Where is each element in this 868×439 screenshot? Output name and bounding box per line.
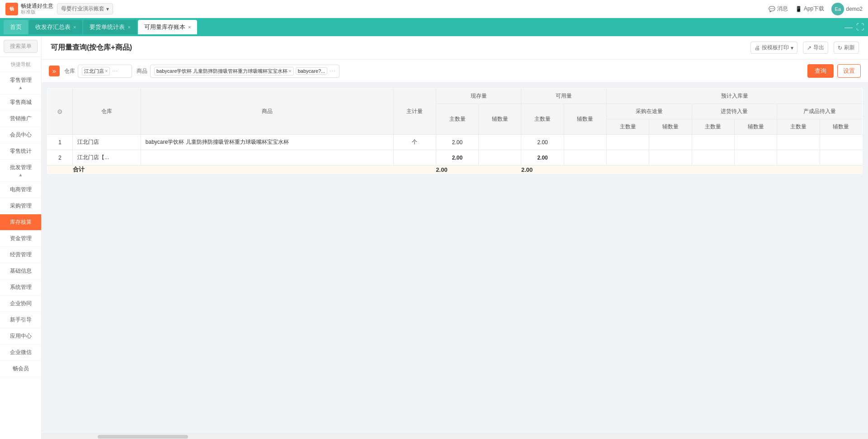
footer-purchase-main <box>607 165 649 174</box>
sidebar-item-operations[interactable]: 经营管理 <box>0 247 41 263</box>
print-btn[interactable]: 🖨 按模板打印 ▾ <box>750 42 797 54</box>
refresh-btn[interactable]: ↻ 刷新 <box>834 42 859 54</box>
sidebar-item-marketing[interactable]: 营销推广 <box>0 111 41 127</box>
tab-close-icon[interactable]: × <box>188 24 191 30</box>
minimize-icon[interactable]: — <box>844 23 853 32</box>
sidebar-item-corp-wechat[interactable]: 企业微信 <box>0 345 41 361</box>
logo-area: 畅 畅捷通好生意 标准版 <box>5 3 53 15</box>
product-tag-2: babycare?... <box>296 67 328 75</box>
table-row: 2 江北门店【... 2.00 2.00 <box>47 150 863 165</box>
footer-available-aux <box>564 165 606 174</box>
chevron-icon: ▲ <box>19 85 23 90</box>
sidebar-item-zero-mall[interactable]: 零售商城 <box>0 94 41 111</box>
content-area: 可用量查询(按仓库+商品) 🖨 按模板打印 ▾ ↗ 导出 ↻ 刷新 » <box>42 36 868 439</box>
sidebar-item-shortcut: 快捷导航 <box>0 57 41 72</box>
tab-home[interactable]: 首页 <box>4 20 28 34</box>
message-btn[interactable]: 💬 消息 <box>769 5 788 13</box>
footer-stock-main: 2.00 <box>436 165 478 174</box>
cell-inbound-aux <box>734 135 777 150</box>
cell-unit: 个 <box>393 135 436 150</box>
warehouse-filter: 仓库 江北门店 × ··· <box>64 65 132 78</box>
logo-icon: 畅 <box>5 3 18 15</box>
th-available-group: 可用量 <box>521 89 607 104</box>
filter-area: » 仓库 江北门店 × ··· 商品 babycare学饮杯 儿童防摔防撞吸管杯… <box>42 60 868 83</box>
sidebar-item-members[interactable]: 会员中心 <box>0 127 41 143</box>
tab-orders[interactable]: 要货单统计表 × <box>83 20 137 34</box>
th-inbound-main: 主数量 <box>692 119 734 135</box>
cell-inbound-main <box>692 150 734 165</box>
tab-close-icon[interactable]: × <box>127 24 130 30</box>
more-options-icon[interactable]: ··· <box>112 67 118 75</box>
th-purchase-aux: 辅数量 <box>649 119 692 135</box>
cell-purchase-aux <box>649 135 692 150</box>
search-menu-btn[interactable]: 搜索菜单 <box>4 40 38 53</box>
sidebar-item-zero-stats[interactable]: 零售统计 <box>0 143 41 160</box>
export-btn[interactable]: ↗ 导出 <box>803 42 828 54</box>
product-input[interactable]: babycare学饮杯 儿童防摔防撞吸管杯重力球吸嘴杯宝宝水杯 × babyca… <box>150 65 340 78</box>
cell-available-aux <box>564 135 606 150</box>
cell-purchase-main <box>607 135 649 150</box>
sidebar-item-newbie[interactable]: 新手引导 <box>0 312 41 328</box>
avatar: Ea <box>831 3 844 15</box>
user-menu[interactable]: Ea demo2 <box>831 3 863 15</box>
sidebar-item-app-center[interactable]: 应用中心 <box>0 328 41 345</box>
product-tag-1: babycare学饮杯 儿童防摔防撞吸管杯重力球吸嘴杯宝宝水杯 × <box>154 67 294 76</box>
footer-inbound-aux <box>734 165 777 174</box>
sidebar-item-member-vip[interactable]: 畅会员 <box>0 361 41 377</box>
sidebar-item-basic[interactable]: 基础信息 <box>0 263 41 279</box>
sidebar-item-purchase[interactable]: 采购管理 <box>0 198 41 214</box>
th-stock-aux: 辅数量 <box>479 104 521 135</box>
export-icon: ↗ <box>807 45 811 51</box>
sidebar-search: 搜索菜单 <box>0 36 41 57</box>
tab-receipts[interactable]: 收发存汇总表 × <box>29 20 82 34</box>
cell-available-main: 2.00 <box>521 150 564 165</box>
th-available-aux: 辅数量 <box>564 104 606 135</box>
cell-warehouse: 江北门店 <box>73 135 141 150</box>
maximize-icon[interactable]: ⛶ <box>856 23 864 32</box>
top-bar: 畅 畅捷通好生意 标准版 母婴行业演示账套 ▾ 💬 消息 📱 App下载 Ea … <box>0 0 868 18</box>
product-filter: 商品 babycare学饮杯 儿童防摔防撞吸管杯重力球吸嘴杯宝宝水杯 × bab… <box>137 65 340 78</box>
sidebar-item-ecommerce[interactable]: 电商管理 <box>0 182 41 198</box>
sidebar-item-zero-sales[interactable]: 零售管理 ▲ <box>0 72 41 94</box>
page-header: 可用量查询(按仓库+商品) 🖨 按模板打印 ▾ ↗ 导出 ↻ 刷新 <box>42 36 868 60</box>
cell-stock-main: 2.00 <box>436 150 478 165</box>
th-available-main: 主数量 <box>521 104 564 135</box>
th-stock-main: 主数量 <box>436 104 478 135</box>
cell-production-main <box>777 135 820 150</box>
sidebar-item-wholesale[interactable]: 批发管理 ▲ <box>0 160 41 182</box>
app-download-btn[interactable]: 📱 App下载 <box>795 5 824 13</box>
horizontal-scrollbar[interactable] <box>42 434 868 439</box>
sidebar-item-enterprise[interactable]: 企业协同 <box>0 296 41 312</box>
warehouse-tag: 江北门店 × <box>82 67 110 76</box>
industry-selector[interactable]: 母婴行业演示账套 ▾ <box>57 3 113 14</box>
page-title: 可用量查询(按仓库+商品) <box>51 43 132 52</box>
tab-label: 要货单统计表 <box>90 23 125 31</box>
warehouse-input[interactable]: 江北门店 × ··· <box>78 65 132 78</box>
sidebar-item-system[interactable]: 系统管理 <box>0 279 41 296</box>
settings-button[interactable]: 设置 <box>837 64 861 78</box>
cell-row-num: 1 <box>47 135 73 150</box>
top-bar-left: 畅 畅捷通好生意 标准版 母婴行业演示账套 ▾ <box>5 3 113 15</box>
cell-unit <box>393 150 436 165</box>
footer-available-main: 2.00 <box>521 165 564 174</box>
scroll-thumb[interactable] <box>98 435 188 439</box>
footer-production-main <box>777 165 820 174</box>
th-unit: 主计量 <box>393 89 436 135</box>
sidebar-item-finance[interactable]: 资金管理 <box>0 231 41 247</box>
tab-inventory[interactable]: 可用量库存账本 × <box>138 20 197 34</box>
cell-purchase-aux <box>649 150 692 165</box>
chevron-icon: ▲ <box>19 172 23 177</box>
sidebar-item-inventory[interactable]: 库存核算 <box>0 214 41 231</box>
more-options-icon[interactable]: ··· <box>329 67 335 75</box>
tab-close-icon[interactable]: × <box>73 24 76 30</box>
th-settings[interactable]: ⚙ <box>47 89 73 135</box>
cell-production-aux <box>820 135 862 150</box>
query-button[interactable]: 查询 <box>807 64 834 78</box>
cell-stock-aux <box>479 150 521 165</box>
remove-tag-icon[interactable]: × <box>288 68 291 74</box>
remove-tag-icon[interactable]: × <box>105 68 108 74</box>
top-bar-right: 💬 消息 📱 App下载 Ea demo2 <box>769 3 863 15</box>
th-purchase-group: 采购在途量 <box>607 104 692 119</box>
settings-icon[interactable]: ⚙ <box>57 108 63 115</box>
filter-expand-btn[interactable]: » <box>49 66 60 76</box>
